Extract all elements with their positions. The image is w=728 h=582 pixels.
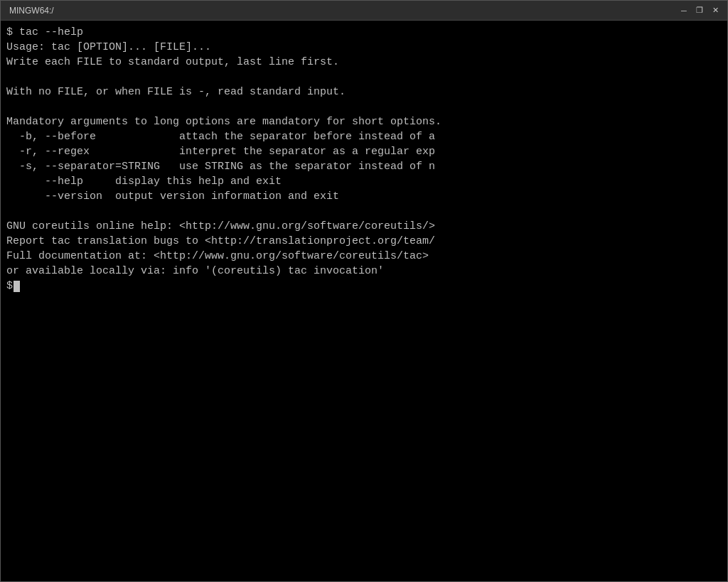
titlebar: MINGW64:/ ─ ❐ ✕ bbox=[1, 1, 727, 21]
cursor bbox=[14, 281, 20, 292]
terminal-window: MINGW64:/ ─ ❐ ✕ $ tac --help Usage: tac … bbox=[0, 0, 728, 582]
terminal-prompt-line: $ bbox=[6, 279, 722, 293]
restore-button[interactable]: ❐ bbox=[693, 4, 706, 17]
window-title: MINGW64:/ bbox=[6, 6, 678, 16]
close-button[interactable]: ✕ bbox=[709, 4, 722, 17]
prompt-symbol: $ bbox=[6, 279, 13, 293]
window-controls: ─ ❐ ✕ bbox=[678, 4, 722, 17]
terminal-output: $ tac --help Usage: tac [OPTION]... [FIL… bbox=[6, 25, 722, 279]
terminal-body[interactable]: $ tac --help Usage: tac [OPTION]... [FIL… bbox=[1, 21, 727, 581]
minimize-button[interactable]: ─ bbox=[678, 4, 690, 17]
